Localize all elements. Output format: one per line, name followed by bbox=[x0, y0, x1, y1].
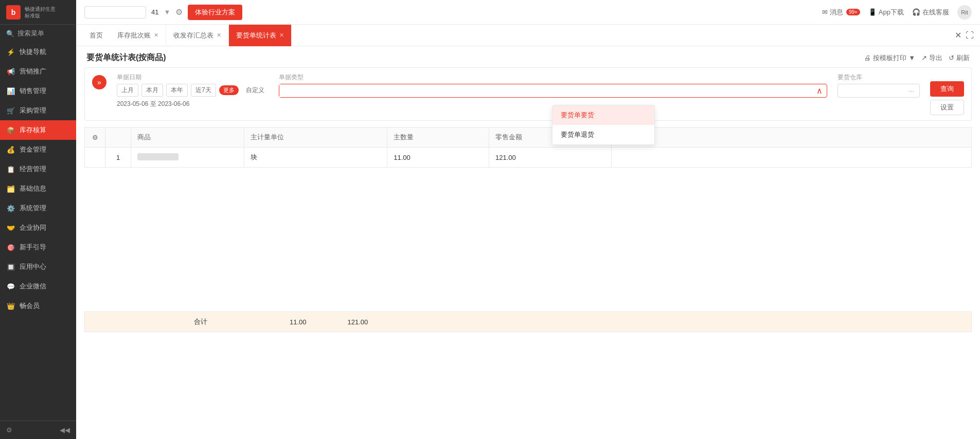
export-action[interactable]: ↗ 导出 bbox=[921, 53, 942, 63]
filter-expand-btn[interactable]: » bbox=[92, 75, 106, 89]
cell-settings bbox=[85, 148, 105, 168]
message-icon: ✉ bbox=[822, 8, 828, 16]
settings-button[interactable]: 设置 bbox=[930, 100, 964, 115]
table-header-row: ⚙ 商品 主计量单位 主数量 零售金额 bbox=[85, 127, 972, 148]
filter-warehouse-input[interactable]: ··· bbox=[838, 84, 920, 98]
sidebar-nav: ⚡ 快捷导航 📢 营销推广 📊 销售管理 🛒 采购管理 📦 库存核算 💰 资金管… bbox=[0, 42, 76, 420]
app-title: 畅捷通好生意 标准版 bbox=[25, 6, 56, 19]
tabbar: 首页 库存批次账 ✕ 收发存汇总表 ✕ 要货单统计表 ✕ ✕ ⛶ bbox=[76, 25, 980, 46]
tab-order-stats[interactable]: 要货单统计表 ✕ bbox=[229, 25, 292, 46]
tab-expand-icon[interactable]: ✕ bbox=[955, 30, 961, 40]
filter-btn-custom[interactable]: 自定义 bbox=[242, 84, 269, 96]
sidebar-item-finance[interactable]: 💰 资金管理 bbox=[0, 140, 76, 159]
user-avatar[interactable]: Rit bbox=[957, 5, 972, 20]
th-quantity: 主数量 bbox=[387, 127, 489, 148]
messages-action[interactable]: ✉ 消息 99+ bbox=[822, 8, 860, 17]
footer-quantity: 11.00 bbox=[290, 318, 307, 326]
filter-btn-7days[interactable]: 近7天 bbox=[191, 84, 216, 97]
page-header: 要货单统计表(按商品) 🖨 按模板打印 ▼ ↗ 导出 ↺ 刷新 bbox=[76, 46, 980, 67]
table-wrapper: ⚙ 商品 主计量单位 主数量 零售金额 1 bbox=[76, 127, 980, 168]
page-actions: 🖨 按模板打印 ▼ ↗ 导出 ↺ 刷新 bbox=[864, 53, 970, 63]
filter-bar: » 单据日期 上月 本月 本年 近7天 更多 自定义 2023-05-06 至 … bbox=[84, 67, 972, 121]
filter-actions: 查询 设置 bbox=[930, 73, 964, 115]
tab-fullscreen-icon[interactable]: ⛶ bbox=[966, 31, 974, 40]
collapse-sidebar-icon[interactable]: ◀◀ bbox=[60, 426, 70, 434]
base-icon: 🗂️ bbox=[6, 184, 15, 193]
search-menu[interactable]: 🔍 搜索菜单 bbox=[0, 25, 76, 42]
filter-btn-last-month[interactable]: 上月 bbox=[117, 84, 138, 97]
filter-warehouse-group: 要货仓库 ··· bbox=[838, 73, 920, 98]
online-service-action[interactable]: 🎧 在线客服 bbox=[912, 8, 949, 17]
print-dropdown-icon[interactable]: ▼ bbox=[908, 54, 915, 62]
filter-type-input[interactable] bbox=[279, 84, 812, 97]
footer-amount: 121.00 bbox=[348, 318, 368, 326]
sidebar-item-inventory[interactable]: 📦 库存核算 bbox=[0, 120, 76, 140]
query-button[interactable]: 查询 bbox=[930, 81, 964, 97]
sidebar-item-enterprise[interactable]: 🤝 企业协同 bbox=[0, 218, 76, 237]
filter-type-label: 单据类型 bbox=[279, 73, 827, 82]
inventory-icon: 📦 bbox=[6, 125, 15, 135]
topbar: 41 ▼ ⚙ 体验行业方案 ✉ 消息 99+ 📱 App下载 🎧 在线客服 Ri… bbox=[76, 0, 980, 25]
topbar-dropdown-icon[interactable]: ▼ bbox=[164, 8, 170, 16]
filter-btn-this-year[interactable]: 本年 bbox=[166, 84, 188, 97]
enterprise-icon: 🤝 bbox=[6, 223, 15, 232]
filter-date-range: 2023-05-06 至 2023-06-06 bbox=[117, 100, 269, 108]
filter-warehouse-more-icon[interactable]: ··· bbox=[908, 87, 914, 95]
table-body: 1 块 11.00 121.00 bbox=[85, 148, 972, 168]
settings-footer-icon[interactable]: ⚙ bbox=[6, 426, 12, 434]
breadcrumb-input[interactable] bbox=[84, 6, 146, 19]
sidebar-item-purchase[interactable]: 🛒 采购管理 bbox=[0, 101, 76, 120]
tab-close-icon-3[interactable]: ✕ bbox=[279, 32, 284, 39]
sidebar-item-marketing[interactable]: 📢 营销推广 bbox=[0, 62, 76, 81]
sidebar-header: b 畅捷通好生意 标准版 bbox=[0, 0, 76, 25]
filter-type-clear-icon[interactable]: ∧ bbox=[812, 86, 827, 96]
download-icon: 📱 bbox=[868, 8, 877, 16]
sidebar-item-guide[interactable]: 🎯 新手引导 bbox=[0, 237, 76, 257]
filter-date-group: 单据日期 上月 本月 本年 近7天 更多 自定义 2023-05-06 至 20… bbox=[117, 73, 269, 108]
finance-icon: 💰 bbox=[6, 145, 15, 154]
sidebar-item-base[interactable]: 🗂️ 基础信息 bbox=[0, 179, 76, 198]
filter-btn-this-month[interactable]: 本月 bbox=[141, 84, 163, 97]
marketing-icon: 📢 bbox=[6, 67, 15, 76]
cell-extra bbox=[612, 148, 972, 168]
wechat-icon: 💬 bbox=[6, 282, 15, 291]
filter-warehouse-label: 要货仓库 bbox=[838, 73, 920, 82]
sidebar-item-app-center[interactable]: 🔲 应用中心 bbox=[0, 257, 76, 277]
sidebar-item-system[interactable]: ⚙️ 系统管理 bbox=[0, 198, 76, 218]
dropdown-item-yaohuodanyaohuo[interactable]: 要货单要货 bbox=[553, 105, 654, 125]
sidebar-item-sales[interactable]: 📊 销售管理 bbox=[0, 81, 76, 101]
guide-icon: 🎯 bbox=[6, 243, 15, 252]
table-row: 1 块 11.00 121.00 bbox=[85, 148, 972, 168]
table-settings-icon[interactable]: ⚙ bbox=[92, 134, 98, 141]
filter-btn-more[interactable]: 更多 bbox=[219, 85, 239, 95]
product-placeholder bbox=[137, 153, 179, 160]
refresh-action[interactable]: ↺ 刷新 bbox=[949, 53, 970, 63]
sidebar-item-operation[interactable]: 📋 经营管理 bbox=[0, 159, 76, 179]
tab-inventory-batch[interactable]: 库存批次账 ✕ bbox=[110, 25, 166, 46]
topbar-settings-icon[interactable]: ⚙ bbox=[175, 7, 183, 17]
th-product: 商品 bbox=[131, 127, 244, 148]
print-icon: 🖨 bbox=[864, 54, 871, 62]
tab-home[interactable]: 首页 bbox=[82, 25, 110, 46]
filter-date-row: 上月 本月 本年 近7天 更多 自定义 bbox=[117, 84, 269, 97]
sidebar-item-quick-nav[interactable]: ⚡ 快捷导航 bbox=[0, 42, 76, 62]
print-action[interactable]: 🖨 按模板打印 ▼ bbox=[864, 53, 915, 63]
sidebar-item-wechat[interactable]: 💬 企业微信 bbox=[0, 277, 76, 296]
tab-close-icon[interactable]: ✕ bbox=[154, 32, 158, 39]
page-title: 要货单统计表(按商品) bbox=[86, 52, 166, 63]
dropdown-item-yaohuodantuihuo[interactable]: 要货单退货 bbox=[553, 125, 654, 144]
tab-collect-summary[interactable]: 收发存汇总表 ✕ bbox=[166, 25, 229, 46]
footer-label: 合计 bbox=[194, 317, 207, 326]
quick-nav-icon: ⚡ bbox=[6, 47, 15, 57]
filter-date-label: 单据日期 bbox=[117, 73, 269, 82]
page-content: 要货单统计表(按商品) 🖨 按模板打印 ▼ ↗ 导出 ↺ 刷新 bbox=[76, 46, 980, 439]
sidebar-item-member[interactable]: 👑 畅会员 bbox=[0, 296, 76, 316]
tab-close-icon-2[interactable]: ✕ bbox=[217, 32, 221, 39]
filter-type-group: 单据类型 ∧ 要货单要货 要货单退货 bbox=[279, 73, 827, 98]
app-center-icon: 🔲 bbox=[6, 262, 15, 271]
app-download-action[interactable]: 📱 App下载 bbox=[868, 8, 904, 17]
tabbar-right: ✕ ⛶ bbox=[955, 30, 980, 40]
cell-unit: 块 bbox=[244, 148, 387, 168]
th-settings[interactable]: ⚙ bbox=[85, 127, 105, 148]
industry-btn[interactable]: 体验行业方案 bbox=[188, 5, 242, 20]
